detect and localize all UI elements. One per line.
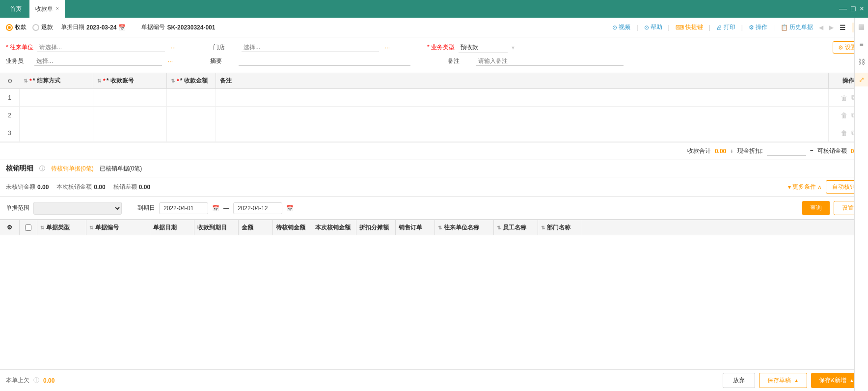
window-close-icon[interactable]: × (860, 4, 864, 13)
sidebar-attachment-icon[interactable]: ⛓ (858, 55, 865, 69)
row-3-idx: 3 (0, 124, 20, 141)
due-label: 到期日 (137, 204, 155, 212)
row-2-settle[interactable] (20, 107, 93, 124)
tab-close-icon[interactable]: × (56, 0, 59, 18)
date-field: 单据日期 2023-03-24 📅 (61, 23, 126, 31)
diff-label: 核销差额 (113, 183, 137, 191)
row-1-amount[interactable] (167, 89, 216, 106)
date-to-input[interactable] (233, 202, 282, 214)
order-field: 单据编号 SK-20230324-001 (141, 23, 215, 31)
writeoff-info-icon[interactable]: ⓘ (39, 165, 45, 173)
more-conditions-btn[interactable]: ▾ 更多条件 ∧ (788, 183, 822, 191)
operate-icon: ⚙ (749, 24, 754, 31)
note-input[interactable] (476, 56, 624, 66)
row-1-delete-icon[interactable]: 🗑 (841, 94, 847, 102)
query-button[interactable]: 查询 (802, 201, 830, 215)
date-value[interactable]: 2023-03-24 (86, 24, 116, 31)
date-from-input[interactable] (159, 202, 208, 214)
row-3-account[interactable] (93, 124, 167, 141)
nav-next-icon[interactable]: ▶ (829, 24, 834, 31)
calendar-icon[interactable]: 📅 (118, 24, 126, 31)
filter-icon: ▾ (788, 184, 791, 191)
abstract-input[interactable] (239, 56, 410, 66)
discount-input[interactable] (767, 146, 806, 156)
bottom-th-discount: 折扣分摊额 (356, 220, 396, 235)
help-link[interactable]: ⊙ 帮助 (644, 23, 662, 31)
order-value: SK-20230324-001 (167, 24, 215, 31)
help-icon: ⊙ (644, 24, 649, 31)
store-input[interactable] (242, 43, 379, 52)
right-sidebar: ▦ ≡ ⛓ ⤢ (854, 18, 868, 391)
bottom-th-settings[interactable]: ⚙ (0, 220, 20, 235)
th-remark: 备注 (216, 73, 829, 88)
available-label: 可核销金额 (817, 147, 847, 155)
row-3-settle[interactable] (20, 124, 93, 141)
radio-receipts[interactable]: 收款 (6, 23, 27, 31)
date-label: 单据日期 (61, 23, 84, 31)
history-link[interactable]: 📋 历史单据 (781, 23, 813, 31)
view-list-icon[interactable]: ☰ (840, 24, 846, 31)
receipts-tab[interactable]: 收款单 × (29, 0, 65, 18)
biz-type-value[interactable]: 预收款 (459, 42, 508, 53)
print-link[interactable]: 🖨 打印 (716, 23, 735, 31)
stats-row: 未核销金额 0.00 本次核销金额 0.00 核销差额 0.00 ▾ 更多条件 … (0, 177, 868, 197)
save-new-arrow-icon[interactable]: ▲ (849, 378, 854, 383)
table-row: 2 🗑 ⧉ (0, 107, 868, 124)
note-label: 备注 (448, 57, 472, 65)
table-settings-icon[interactable]: ⚙ (0, 78, 20, 84)
calendar-to-icon[interactable]: 📅 (286, 205, 294, 212)
maximize-icon[interactable]: □ (851, 4, 856, 13)
radio-receipts-dot (6, 24, 13, 31)
staff-input[interactable] (34, 56, 162, 66)
th-settle: ⇅ * * 结算方式 (20, 73, 93, 88)
row-2-remark[interactable] (216, 107, 829, 124)
shortcut-link[interactable]: ⌨ 快捷键 (676, 23, 703, 31)
video-link[interactable]: ⊙ 视频 (612, 23, 630, 31)
radio-refund[interactable]: 退款 (32, 23, 53, 31)
carry-info-icon[interactable]: ⓘ (33, 376, 39, 385)
row-3-amount[interactable] (167, 124, 216, 141)
bottom-th-partner: ⇅ 往来单位名称 (435, 220, 494, 235)
minimize-icon[interactable]: — (839, 4, 847, 13)
sidebar-table-icon[interactable]: ▦ (858, 20, 865, 33)
settings-icon: ⚙ (838, 44, 843, 51)
bottom-th-check[interactable] (20, 220, 37, 235)
biz-type-dropdown-icon[interactable]: ▾ (512, 44, 515, 51)
row-1-remark[interactable] (216, 89, 829, 106)
pending-tab[interactable]: 待核销单据(0笔) (51, 165, 94, 173)
print-icon: 🖨 (716, 24, 722, 31)
row-2-idx: 2 (0, 107, 20, 124)
row-2-account[interactable] (93, 107, 167, 124)
row-1-settle[interactable] (20, 89, 93, 106)
store-more-icon[interactable]: ··· (385, 44, 390, 51)
order-label: 单据编号 (141, 23, 165, 31)
save-draft-arrow-icon[interactable]: ▲ (794, 378, 799, 383)
operate-link[interactable]: ⚙ 操作 (749, 23, 767, 31)
home-tab[interactable]: 首页 (4, 0, 27, 18)
sidebar-expand-icon[interactable]: ⤢ (855, 73, 868, 86)
total-label: 收款合计 (687, 147, 711, 155)
staff-more-icon[interactable]: ··· (168, 58, 173, 65)
diff-value: 0.00 (139, 184, 150, 191)
bottom-th-date: 单据日期 (150, 220, 194, 235)
row-1-account[interactable] (93, 89, 167, 106)
calendar-from-icon[interactable]: 📅 (212, 205, 219, 212)
row-2-delete-icon[interactable]: 🗑 (841, 112, 847, 119)
row-3-delete-icon[interactable]: 🗑 (841, 129, 847, 137)
tab-label: 收款单 (35, 0, 53, 18)
radio-refund-dot (32, 24, 39, 31)
select-all-checkbox[interactable] (25, 224, 31, 231)
done-tab[interactable]: 已核销单据(0笔) (100, 165, 142, 173)
carry-label: 本单上欠 (6, 376, 29, 385)
discard-button[interactable]: 放弃 (723, 373, 755, 388)
row-2-amount[interactable] (167, 107, 216, 124)
table-row: 1 🗑 ⧉ (0, 89, 868, 107)
save-draft-button[interactable]: 保存草稿 ▲ (759, 373, 807, 388)
bottom-th-type: ⇅ 单据类型 (37, 220, 86, 235)
row-3-remark[interactable] (216, 124, 829, 141)
partner-input[interactable] (37, 43, 165, 52)
nav-prev-icon[interactable]: ◀ (819, 24, 823, 31)
range-select[interactable] (33, 202, 122, 215)
sidebar-list-icon[interactable]: ≡ (859, 37, 863, 51)
partner-more-icon[interactable]: ··· (171, 44, 176, 51)
